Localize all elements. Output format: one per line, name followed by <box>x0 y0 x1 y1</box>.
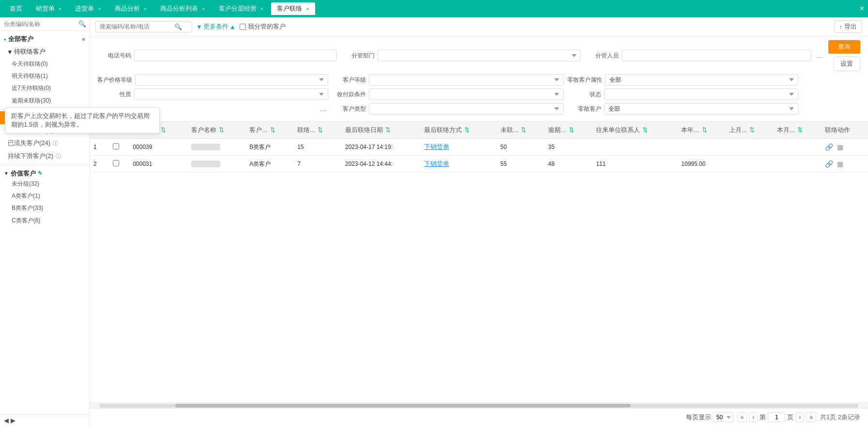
sidebar-item-7days[interactable]: 近7天待联络(0) <box>4 82 89 94</box>
sidebar-item-class-a[interactable]: A类客户(1) <box>4 190 85 202</box>
sort-code-icon[interactable]: ⇅ <box>161 126 166 133</box>
close-purchase-order[interactable]: × <box>98 6 101 12</box>
sidebar-search-input[interactable] <box>4 21 76 28</box>
sidebar-item-declining[interactable]: 持续下滑客户(2) ⓘ <box>0 150 89 163</box>
sidebar-item-ungrouped[interactable]: 未分组(32) <box>4 178 85 190</box>
window-close-button[interactable]: × <box>860 4 864 13</box>
cell-this-month-1 <box>773 139 821 156</box>
sidebar-item-tomorrow[interactable]: 明天待联络(1) <box>4 70 89 82</box>
export-icon: ↑ <box>839 23 843 30</box>
nav-sales-order[interactable]: 销货单 × <box>30 2 67 15</box>
customer-type-select[interactable] <box>369 103 563 115</box>
sort-last-month-icon[interactable]: ⇅ <box>749 126 755 133</box>
cell-index-2: 2 <box>90 156 109 173</box>
sidebar-item-class-c[interactable]: C类客户(6) <box>4 215 85 227</box>
close-product-analysis[interactable]: × <box>144 6 147 12</box>
main-search-icon[interactable]: 🔍 <box>174 23 182 30</box>
blurred-name-1 <box>191 144 220 150</box>
query-button[interactable]: 查询 <box>828 40 860 54</box>
prev-page-btn[interactable]: ‹ <box>749 412 758 422</box>
filter-row-4: ... 客户类型 零散客户 全部 <box>97 103 860 115</box>
sort-method-icon[interactable]: ⇅ <box>464 126 470 133</box>
action-grid-icon-2[interactable]: ▦ <box>837 160 843 168</box>
payment-label: 收付款条件 <box>332 90 366 99</box>
pending-contact-title[interactable]: ▼ 待联络客户 <box>4 45 89 58</box>
nav-purchase-order[interactable]: 进货单 × <box>69 2 107 15</box>
export-button[interactable]: ↑ 导出 <box>834 20 863 33</box>
method-link-1[interactable]: 下销货单 <box>424 143 449 150</box>
per-page-select[interactable]: 50 <box>713 412 733 422</box>
nav-product-analysis-list[interactable]: 商品分析列表 × <box>154 2 211 15</box>
sidebar-item-churned[interactable]: 已流失客户(24) ⓘ <box>0 137 89 150</box>
sidebar-item-overdue[interactable]: 逾期未联络(30) <box>4 95 89 107</box>
action-link-icon-2[interactable]: 🔗 <box>825 160 833 168</box>
phone-input[interactable] <box>134 50 337 61</box>
col-header-last-contact-date: 最后联络日期 ⇅ <box>341 122 420 139</box>
sort-this-year-icon[interactable]: ⇅ <box>702 126 707 133</box>
sort-date-icon[interactable]: ⇅ <box>385 126 391 133</box>
row-checkbox-2[interactable] <box>113 160 119 166</box>
sort-contact-icon[interactable]: ⇅ <box>318 126 323 133</box>
my-customers-input[interactable] <box>240 24 246 30</box>
page-number-input[interactable] <box>768 412 785 422</box>
close-customer-contact[interactable]: × <box>306 6 309 12</box>
sidebar-item-today[interactable]: 今天待联络(0) <box>4 58 89 70</box>
tooltip-popup: 距客户上次交易时长，超过了此客户的平均交易周期的1.5倍，则视为异常。 <box>90 107 160 133</box>
sort-name-icon[interactable]: ⇅ <box>219 126 224 133</box>
filter-icon: ▼ <box>196 23 202 30</box>
status-select[interactable] <box>604 88 798 100</box>
cell-code-2: 000031 <box>129 156 187 173</box>
info-icon-churned: ⓘ <box>53 140 58 146</box>
horizontal-scrollbar[interactable] <box>90 402 868 408</box>
method-link-2[interactable]: 下销货单 <box>424 160 449 167</box>
manager-dots[interactable]: ... <box>814 51 824 60</box>
row-checkbox-1[interactable] <box>113 143 119 149</box>
settings-button[interactable]: 设置 <box>833 57 860 71</box>
close-customer-tier[interactable]: × <box>260 6 263 12</box>
sort-unit-contacts-icon[interactable]: ⇅ <box>642 126 648 133</box>
sort-uncontacted-icon[interactable]: ⇅ <box>521 126 526 133</box>
cell-overdue-1: 35 <box>544 139 592 156</box>
col-header-overdue: 逾期... ⇅ <box>544 122 592 139</box>
nav-home[interactable]: 首页 <box>4 2 28 15</box>
sort-type-icon[interactable]: ⇅ <box>270 126 275 133</box>
price-level-select[interactable] <box>135 74 328 86</box>
sidebar: 🔍 ▪ 全部客户 « ▼ 待联络客户 今天待联络(0) 明天待联络(1) 近7天… <box>0 17 90 426</box>
sidebar-bottom[interactable]: ◀ ▶ <box>0 414 89 426</box>
col-header-uncontacted: 未联... ⇅ <box>497 122 545 139</box>
close-product-analysis-list[interactable]: × <box>202 6 205 12</box>
more-filter-dots[interactable]: ... <box>318 104 328 113</box>
main-layout: 🔍 ▪ 全部客户 « ▼ 待联络客户 今天待联络(0) 明天待联络(1) 近7天… <box>0 17 868 426</box>
action-grid-icon-1[interactable]: ▦ <box>837 143 843 151</box>
cell-index-1: 1 <box>90 139 109 156</box>
sidebar-search-icon[interactable]: 🔍 <box>78 20 86 28</box>
nav-product-analysis[interactable]: 商品分析 × <box>109 2 152 15</box>
my-customers-checkbox[interactable]: 我分管的客户 <box>240 22 286 31</box>
customer-type-label: 客户类型 <box>332 105 366 113</box>
sort-this-month-icon[interactable]: ⇅ <box>797 126 803 133</box>
sidebar-collapse-btn[interactable]: « <box>82 36 85 43</box>
last-page-btn[interactable]: » <box>806 412 816 422</box>
retail-attr-select[interactable]: 全部 <box>605 74 798 86</box>
next-page-btn[interactable]: › <box>795 412 804 422</box>
action-link-icon-1[interactable]: 🔗 <box>825 143 833 151</box>
retail-customer-select[interactable]: 全部 <box>604 103 798 115</box>
scrollbar-thumb[interactable] <box>175 404 631 408</box>
customer-level-select[interactable] <box>369 74 563 86</box>
manager-input[interactable] <box>622 50 811 61</box>
nature-select[interactable] <box>134 88 328 100</box>
dept-select[interactable] <box>378 50 580 61</box>
customer-level-label: 客户等级 <box>332 76 366 84</box>
main-search-input[interactable] <box>100 23 172 30</box>
first-page-btn[interactable]: « <box>737 412 747 422</box>
edit-value-group-icon[interactable]: ✎ <box>38 170 42 176</box>
nav-customer-contact[interactable]: 客户联络 × <box>271 2 315 15</box>
value-customer-title[interactable]: ▼ 价值客户 ✎ <box>4 169 85 178</box>
more-conditions-btn[interactable]: ▼ 更多条件 ▲ <box>196 22 236 31</box>
sidebar-search-bar: 🔍 <box>0 17 89 31</box>
close-sales-order[interactable]: × <box>59 6 61 12</box>
sort-overdue-icon[interactable]: ⇅ <box>569 126 574 133</box>
sidebar-item-class-b[interactable]: B类客户(33) <box>4 202 85 214</box>
nav-customer-tier[interactable]: 客户分层经营 × <box>213 2 269 15</box>
payment-select[interactable] <box>369 88 563 100</box>
